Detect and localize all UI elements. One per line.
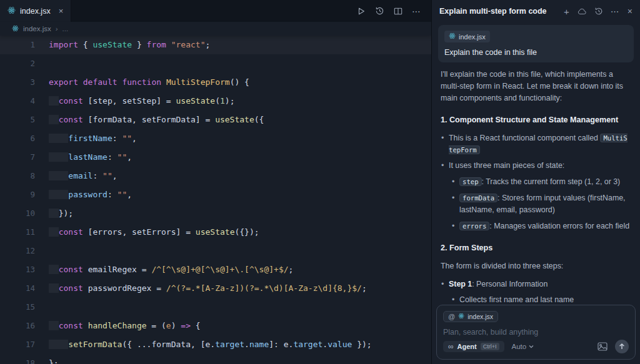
split-editor-icon[interactable] <box>394 7 402 16</box>
code-line[interactable]: 9 password: "", <box>0 185 431 204</box>
cloud-icon[interactable] <box>577 7 587 15</box>
agent-mode-selector[interactable]: ∞ Agent Ctrl+I <box>443 341 504 352</box>
file-chip-label: index.jsx <box>459 33 486 41</box>
breadcrumb-more[interactable]: ... <box>62 25 69 32</box>
response-heading: 1. Component Structure and State Managem… <box>441 114 631 126</box>
chat-header: Explain multi-step form code + ⋯ × <box>432 0 640 22</box>
code-line[interactable]: 3export default function MultiStepForm()… <box>0 73 431 92</box>
code-text: password: "", <box>35 185 132 204</box>
attach-image-icon[interactable] <box>598 342 608 351</box>
more-icon[interactable]: ⋯ <box>611 6 620 16</box>
response-paragraph: I'll explain the code in this file, whic… <box>441 69 631 104</box>
history-icon[interactable] <box>594 7 603 16</box>
file-context-chip[interactable]: index.jsx <box>444 31 490 42</box>
code-text: lastName: "", <box>35 148 132 167</box>
line-number: 11 <box>0 223 35 242</box>
tab-label: index.jsx <box>20 7 51 16</box>
agent-mode-label: Agent <box>458 343 477 350</box>
code-line[interactable]: 5 const [formData, setFormData] = useSta… <box>0 111 431 129</box>
new-chat-icon[interactable]: + <box>564 6 569 17</box>
code-line[interactable]: 8 email: "", <box>0 167 431 185</box>
breadcrumb-separator: › <box>56 25 58 32</box>
response-bullet: It uses three main pieces of state: <box>441 160 631 172</box>
code-line[interactable]: 4 const [step, setStep] = useState(1); <box>0 92 431 111</box>
code-line[interactable]: 16 const handleChange = (e) => { <box>0 317 431 335</box>
line-number: 3 <box>0 73 35 92</box>
code-line[interactable]: 10 }); <box>0 204 431 223</box>
react-file-icon <box>12 25 19 33</box>
line-number: 5 <box>0 111 35 129</box>
arrow-up-icon <box>618 343 626 350</box>
run-icon[interactable] <box>357 7 366 16</box>
code-line[interactable]: 11 const [errors, setErrors] = useState(… <box>0 223 431 242</box>
line-number: 2 <box>0 54 35 73</box>
code-text: export default function MultiStepForm() … <box>35 73 249 92</box>
code-line[interactable]: 15 <box>0 298 431 317</box>
code-text: const [step, setStep] = useState(1); <box>35 92 234 111</box>
context-chip[interactable]: @ index.jsx <box>443 311 498 322</box>
chat-messages: I'll explain the code in this file, whic… <box>432 69 640 338</box>
line-number: 12 <box>0 242 35 260</box>
context-chip-label: index.jsx <box>468 313 493 320</box>
chat-title: Explain multi-step form code <box>439 7 556 16</box>
breadcrumb: index.jsx › ... <box>0 22 431 36</box>
model-selector[interactable]: Auto <box>512 343 534 350</box>
code-text: const emailRegex = /^[^\s@]+@[^\s@]+\.[^… <box>35 260 293 279</box>
close-icon[interactable]: × <box>628 6 632 16</box>
line-number: 14 <box>0 279 35 298</box>
code-text: setFormData({ ...formData, [e.target.nam… <box>35 335 372 354</box>
response-bullet: This is a React functional component cal… <box>441 132 631 156</box>
tab-close-icon[interactable]: × <box>59 6 64 16</box>
code-text: email: "", <box>35 167 118 185</box>
response-bullet: step: Tracks the current form step (1, 2… <box>451 176 631 188</box>
code-line[interactable]: 17 setFormData({ ...formData, [e.target.… <box>0 335 431 354</box>
code-text <box>35 242 49 260</box>
code-text: const [formData, setFormData] = useState… <box>35 111 264 129</box>
code-text <box>35 298 49 317</box>
line-number: 13 <box>0 260 35 279</box>
user-message-text: Explain the code in this file <box>444 48 628 57</box>
line-number: 6 <box>0 129 35 148</box>
code-text: }); <box>35 204 73 223</box>
code-text: const passwordRegex = /^(?=.*[A-Za-z])(?… <box>35 279 367 298</box>
breadcrumb-file[interactable]: index.jsx <box>23 25 51 32</box>
code-line[interactable]: 1import { useState } from "react"; <box>0 36 431 54</box>
chat-header-icons: + ⋯ × <box>564 6 632 17</box>
history-icon[interactable] <box>375 6 384 16</box>
at-icon: @ <box>448 313 455 320</box>
response-bullet: errors: Manages validation errors for ea… <box>451 220 631 232</box>
infinity-icon: ∞ <box>448 343 454 350</box>
line-number: 10 <box>0 204 35 223</box>
tab-index-jsx[interactable]: index.jsx × <box>0 0 71 22</box>
line-number: 7 <box>0 148 35 167</box>
code-line[interactable]: 6 firstName: "", <box>0 129 431 148</box>
chat-input-toolbar: ∞ Agent Ctrl+I Auto <box>443 340 629 353</box>
line-number: 1 <box>0 36 35 54</box>
send-button[interactable] <box>615 340 629 353</box>
response-bullet: formData: Stores form input values (firs… <box>451 192 631 216</box>
editor-pane: index.jsx × ⋯ index.jsx › ... 1import { … <box>0 0 431 364</box>
react-file-icon <box>449 32 456 41</box>
line-number: 4 <box>0 92 35 111</box>
code-line[interactable]: 18}; <box>0 354 431 364</box>
response-heading: 2. Form Steps <box>441 242 631 254</box>
chat-input[interactable]: @ index.jsx Plan, search, build anything… <box>436 305 636 360</box>
chevron-down-icon <box>529 345 534 348</box>
model-label: Auto <box>512 343 527 350</box>
code-text: firstName: "", <box>35 129 137 148</box>
agent-shortcut: Ctrl+I <box>481 343 499 350</box>
more-actions-icon[interactable]: ⋯ <box>412 6 421 16</box>
response-bullet: Step 1: Personal Information <box>441 278 631 290</box>
code-line[interactable]: 14 const passwordRegex = /^(?=.*[A-Za-z]… <box>0 279 431 298</box>
code-line[interactable]: 12 <box>0 242 431 260</box>
code-line[interactable]: 2 <box>0 54 431 73</box>
code-text: const [errors, setErrors] = useState({})… <box>35 223 259 242</box>
editor-actions: ⋯ <box>357 0 431 22</box>
code-line[interactable]: 13 const emailRegex = /^[^\s@]+@[^\s@]+\… <box>0 260 431 279</box>
code-text: }; <box>35 354 59 364</box>
line-number: 9 <box>0 185 35 204</box>
editor-tab-bar: index.jsx × ⋯ <box>0 0 431 22</box>
line-number: 17 <box>0 335 35 354</box>
code-line[interactable]: 7 lastName: "", <box>0 148 431 167</box>
code-lines: 1import { useState } from "react";23expo… <box>0 36 431 364</box>
